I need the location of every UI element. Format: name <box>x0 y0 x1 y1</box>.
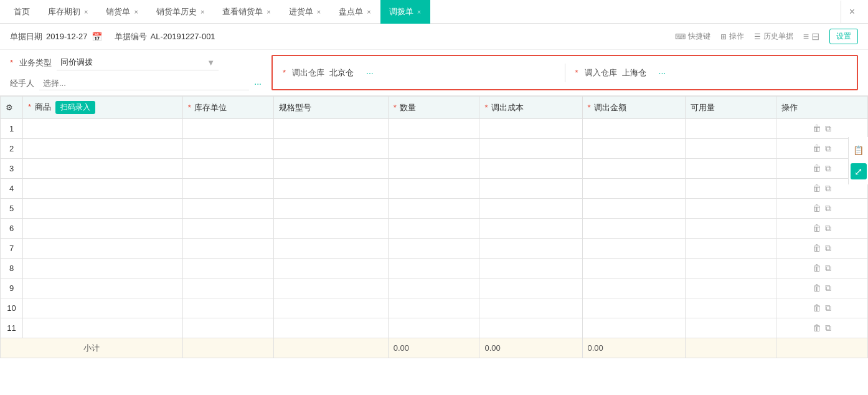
cell-qty[interactable] <box>388 278 479 298</box>
cell-amount[interactable] <box>582 159 685 179</box>
cell-unit[interactable] <box>182 259 274 278</box>
cell-spec[interactable] <box>274 298 388 318</box>
delete-row-button[interactable]: 🗑 <box>811 222 823 234</box>
tab-purchase-order[interactable]: 进货单 × <box>280 0 330 24</box>
copy-row-button[interactable]: ⧉ <box>823 122 833 135</box>
cell-unit[interactable] <box>182 139 274 159</box>
cell-spec[interactable] <box>274 159 388 179</box>
cell-product[interactable] <box>23 259 183 278</box>
list-view-icon[interactable]: ≡ <box>803 31 809 42</box>
cell-amount[interactable] <box>582 219 685 239</box>
cell-product[interactable] <box>23 318 183 338</box>
tab-view-sales[interactable]: 查看销货单 × <box>214 0 280 24</box>
cell-amount[interactable] <box>582 179 685 199</box>
cell-amount[interactable] <box>582 298 685 318</box>
cell-product[interactable] <box>23 278 183 298</box>
in-warehouse-value[interactable]: 上海仓 <box>622 67 646 79</box>
cell-qty[interactable] <box>388 259 479 278</box>
cell-unit[interactable] <box>182 239 274 259</box>
cell-qty[interactable] <box>388 179 479 199</box>
copy-row-button[interactable]: ⧉ <box>823 302 833 315</box>
delete-row-button[interactable]: 🗑 <box>811 182 823 194</box>
cell-amount[interactable] <box>582 278 685 298</box>
tab-transfer-order-close[interactable]: × <box>417 8 421 16</box>
shortcuts-button[interactable]: ⌨ 快捷键 <box>675 31 710 42</box>
tab-stocktake[interactable]: 盘点单 × <box>330 0 380 24</box>
table-wrapper[interactable]: ⚙ * 商品 扫码录入 * 库存单位 规格型号 * 数量 <box>0 96 868 395</box>
cell-amount[interactable] <box>582 199 685 219</box>
cell-qty[interactable] <box>388 298 479 318</box>
cell-qty[interactable] <box>388 239 479 259</box>
settings-button[interactable]: 设置 <box>829 29 858 44</box>
cell-qty[interactable] <box>388 159 479 179</box>
out-warehouse-more-button[interactable]: ··· <box>366 68 374 78</box>
in-warehouse-more-button[interactable]: ··· <box>659 68 666 78</box>
cell-cost[interactable] <box>479 159 582 179</box>
delete-row-button[interactable]: 🗑 <box>811 302 823 314</box>
tab-purchase-order-close[interactable]: × <box>317 8 321 16</box>
cell-unit[interactable] <box>182 219 274 239</box>
cell-product[interactable] <box>23 298 183 318</box>
cell-product[interactable] <box>23 199 183 219</box>
cell-product[interactable] <box>23 119 183 139</box>
date-value[interactable]: 2019-12-27 <box>46 32 88 41</box>
cell-cost[interactable] <box>479 139 582 159</box>
tab-home[interactable]: 首页 <box>5 0 39 24</box>
tab-sales-history[interactable]: 销货单历史 × <box>148 0 214 24</box>
cell-unit[interactable] <box>182 318 274 338</box>
cell-spec[interactable] <box>274 239 388 259</box>
cell-cost[interactable] <box>479 298 582 318</box>
delete-row-button[interactable]: 🗑 <box>811 142 823 155</box>
tab-inventory-init-close[interactable]: × <box>84 8 88 16</box>
cell-product[interactable] <box>23 139 183 159</box>
cell-spec[interactable] <box>274 259 388 278</box>
cell-cost[interactable] <box>479 199 582 219</box>
sidebar-expand-icon[interactable]: ⤢ <box>851 163 867 179</box>
out-warehouse-value[interactable]: 北京仓 <box>329 67 354 79</box>
cell-product[interactable] <box>23 159 183 179</box>
cell-spec[interactable] <box>274 119 388 139</box>
tab-transfer-order[interactable]: 调拨单 × <box>380 0 430 24</box>
copy-row-button[interactable]: ⧉ <box>823 202 833 215</box>
cell-unit[interactable] <box>182 199 274 219</box>
cell-cost[interactable] <box>479 259 582 278</box>
operator-more-button[interactable]: ··· <box>254 79 262 88</box>
calendar-icon[interactable]: 📅 <box>92 32 102 42</box>
cell-qty[interactable] <box>388 139 479 159</box>
cell-cost[interactable] <box>479 318 582 338</box>
cell-amount[interactable] <box>582 259 685 278</box>
cell-cost[interactable] <box>479 278 582 298</box>
cell-unit[interactable] <box>182 159 274 179</box>
copy-row-button[interactable]: ⧉ <box>823 282 833 295</box>
tab-view-sales-close[interactable]: × <box>267 8 270 16</box>
tab-sales-order-close[interactable]: × <box>134 8 138 16</box>
copy-row-button[interactable]: ⧉ <box>823 222 833 235</box>
business-type-select[interactable]: 同价调拨 ▼ <box>57 55 219 70</box>
operator-input[interactable] <box>39 77 249 90</box>
cell-amount[interactable] <box>582 119 685 139</box>
delete-row-button[interactable]: 🗑 <box>811 202 823 214</box>
cell-spec[interactable] <box>274 219 388 239</box>
cell-unit[interactable] <box>182 278 274 298</box>
cell-amount[interactable] <box>582 239 685 259</box>
cell-product[interactable] <box>23 239 183 259</box>
delete-row-button[interactable]: 🗑 <box>811 122 823 135</box>
copy-row-button[interactable]: ⧉ <box>823 162 833 175</box>
cell-spec[interactable] <box>274 199 388 219</box>
cell-product[interactable] <box>23 179 183 199</box>
cell-qty[interactable] <box>388 119 479 139</box>
history-button[interactable]: ☰ 历史单据 <box>754 31 793 42</box>
cell-spec[interactable] <box>274 318 388 338</box>
delete-row-button[interactable]: 🗑 <box>811 282 823 294</box>
cell-qty[interactable] <box>388 219 479 239</box>
cell-unit[interactable] <box>182 179 274 199</box>
tab-sales-order[interactable]: 销货单 × <box>97 0 147 24</box>
delete-row-button[interactable]: 🗑 <box>811 262 823 274</box>
cell-cost[interactable] <box>479 119 582 139</box>
cell-spec[interactable] <box>274 139 388 159</box>
delete-row-button[interactable]: 🗑 <box>811 162 823 174</box>
delete-row-button[interactable]: 🗑 <box>811 321 823 334</box>
cell-spec[interactable] <box>274 278 388 298</box>
copy-row-button[interactable]: ⧉ <box>823 142 833 155</box>
cell-unit[interactable] <box>182 119 274 139</box>
